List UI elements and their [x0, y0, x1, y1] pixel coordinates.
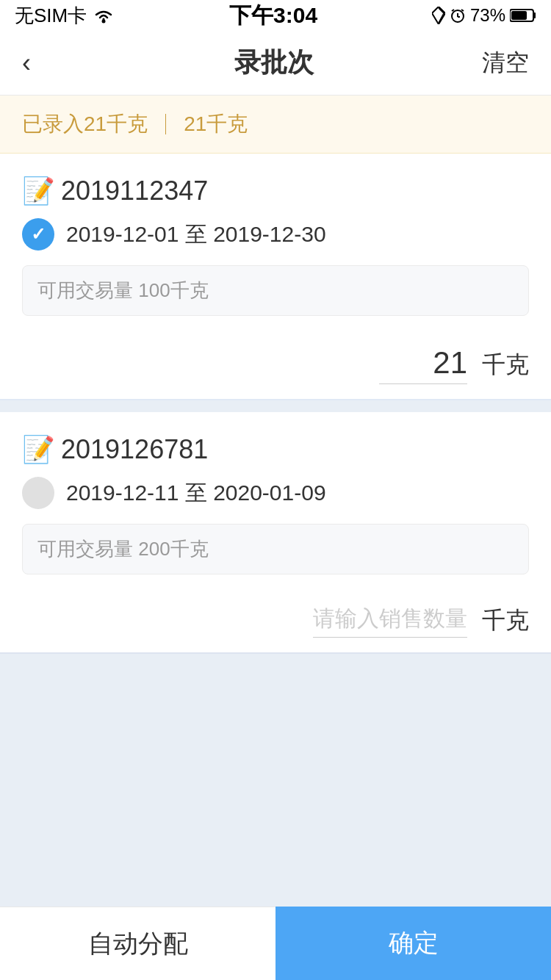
batch2-date-row: 2019-12-11 至 2020-01-09 [22, 477, 529, 509]
svg-rect-8 [511, 11, 527, 20]
page-title: 录批次 [234, 45, 314, 81]
batch1-amount-value[interactable]: 21 [433, 345, 467, 380]
batch2-doc-icon: 📝 [22, 434, 55, 465]
summary-banner: 已录入21千克 21千克 [0, 96, 551, 154]
location-icon [432, 7, 445, 24]
batch-card-1: 📝 2019112347 ✓ 2019-12-01 至 2019-12-30 可… [0, 154, 551, 331]
batch1-qty-row: 可用交易量 100千克 [22, 265, 529, 316]
section-separator [0, 400, 551, 412]
batch2-id: 2019126781 [61, 434, 208, 465]
batch2-date: 2019-12-11 至 2020-01-09 [66, 478, 326, 508]
confirm-button[interactable]: 确定 [276, 907, 551, 980]
total-amount: 21千克 [184, 110, 248, 138]
battery-percent: 73% [470, 5, 505, 26]
nav-bar: ‹ 录批次 清空 [0, 31, 551, 96]
batch1-amount-row: 21 千克 [0, 331, 551, 400]
batch1-id-row: 📝 2019112347 [22, 176, 529, 206]
auto-distribute-button[interactable]: 自动分配 [0, 907, 276, 980]
batch1-amount-underline: 21 [379, 345, 467, 384]
battery-icon [510, 8, 536, 23]
batch1-checkbox[interactable]: ✓ [22, 218, 54, 251]
batch1-date-row: ✓ 2019-12-01 至 2019-12-30 [22, 218, 529, 251]
time-display: 下午3:04 [229, 1, 317, 31]
batch2-unit: 千克 [482, 605, 529, 637]
batch-card-2: 📝 2019126781 2019-12-11 至 2020-01-09 可用交… [0, 412, 551, 589]
alarm-icon [450, 7, 466, 24]
svg-line-4 [452, 10, 454, 11]
carrier-text: 无SIM卡 [15, 3, 87, 29]
svg-rect-7 [533, 12, 536, 18]
summary-divider [165, 114, 166, 134]
bottom-bar: 自动分配 确定 [0, 907, 551, 980]
recorded-amount: 已录入21千克 [22, 110, 148, 138]
batch2-id-row: 📝 2019126781 [22, 434, 529, 465]
batch1-unit: 千克 [482, 349, 529, 381]
status-bar: 无SIM卡 下午3:04 73% [0, 0, 551, 31]
svg-point-0 [102, 20, 106, 24]
carrier-wifi: 无SIM卡 [15, 3, 115, 29]
batch1-id: 2019112347 [61, 176, 208, 206]
clear-button[interactable]: 清空 [482, 47, 529, 79]
status-icons: 73% [432, 5, 536, 26]
svg-line-5 [461, 10, 464, 11]
batch1-date: 2019-12-01 至 2019-12-30 [66, 220, 326, 250]
batch1-available-qty: 可用交易量 100千克 [37, 279, 209, 301]
back-button[interactable]: ‹ [22, 48, 66, 79]
batch2-placeholder[interactable]: 请输入销售数量 [313, 606, 467, 630]
batch2-available-qty: 可用交易量 200千克 [37, 538, 209, 560]
batch1-doc-icon: 📝 [22, 176, 55, 206]
batch2-input-underline[interactable]: 请输入销售数量 [313, 604, 467, 638]
batch2-qty-row: 可用交易量 200千克 [22, 524, 529, 574]
batch2-checkbox[interactable] [22, 477, 54, 509]
check-icon: ✓ [31, 224, 46, 245]
batch2-amount-row: 请输入销售数量 千克 [0, 589, 551, 654]
wifi-icon [93, 7, 115, 24]
